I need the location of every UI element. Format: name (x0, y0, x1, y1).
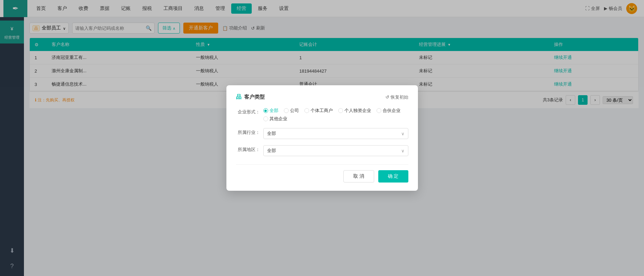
company-type-group: 全部 公司 个体工商户 个人独资企业 (263, 108, 408, 122)
option-company-label: 公司 (290, 108, 299, 114)
modal-header: 品 客户类型 ↺ 恢复初始 (236, 93, 408, 101)
industry-value: 全部 ∨ (263, 128, 408, 139)
reset-label: 恢复初始 (391, 94, 408, 100)
industry-selected-value: 全部 (267, 130, 276, 137)
option-other-label: 其他企业 (270, 116, 287, 122)
option-company[interactable]: 公司 (284, 108, 299, 114)
modal-title: 品 客户类型 (236, 93, 265, 101)
region-select[interactable]: 全部 ∨ (263, 145, 408, 156)
region-form-row: 所属地区： 全部 ∨ (236, 145, 408, 156)
radio-individual (304, 108, 309, 113)
filter-modal: 品 客户类型 ↺ 恢复初始 企业形式： 全部 公司 (226, 85, 418, 191)
radio-company (284, 108, 289, 113)
option-individual[interactable]: 个体工商户 (304, 108, 333, 114)
cancel-button[interactable]: 取 消 (343, 170, 374, 183)
radio-sole (338, 108, 343, 113)
option-sole[interactable]: 个人独资企业 (338, 108, 371, 114)
modal-footer: 取 消 确 定 (236, 164, 408, 183)
company-form-row: 企业形式： 全部 公司 个体工商户 (236, 108, 408, 122)
radio-all (263, 108, 268, 113)
option-sole-label: 个人独资企业 (344, 108, 371, 114)
reset-icon: ↺ (385, 95, 389, 100)
option-partnership-label: 合伙企业 (383, 108, 400, 114)
radio-other (263, 116, 268, 121)
company-form-label: 企业形式： (236, 108, 260, 115)
industry-select[interactable]: 全部 ∨ (263, 128, 408, 139)
option-individual-label: 个体工商户 (311, 108, 333, 114)
modal-reset-button[interactable]: ↺ 恢复初始 (385, 94, 408, 100)
region-selected-value: 全部 (267, 148, 276, 154)
modal-title-icon: 品 (236, 93, 241, 101)
modal-overlay[interactable]: 品 客户类型 ↺ 恢复初始 企业形式： 全部 公司 (0, 0, 644, 276)
confirm-button[interactable]: 确 定 (378, 170, 408, 183)
region-value: 全部 ∨ (263, 145, 408, 156)
region-arrow-icon: ∨ (401, 148, 405, 153)
modal-title-text: 客户类型 (244, 94, 265, 100)
option-other[interactable]: 其他企业 (263, 116, 287, 122)
option-all[interactable]: 全部 (263, 108, 278, 114)
industry-arrow-icon: ∨ (401, 131, 405, 136)
option-partnership[interactable]: 合伙企业 (377, 108, 400, 114)
region-label: 所属地区： (236, 145, 260, 153)
option-all-label: 全部 (270, 108, 278, 114)
industry-form-row: 所属行业： 全部 ∨ (236, 128, 408, 139)
radio-partnership (377, 108, 381, 113)
company-form-value: 全部 公司 个体工商户 个人独资企业 (263, 108, 408, 122)
industry-label: 所属行业： (236, 128, 260, 136)
